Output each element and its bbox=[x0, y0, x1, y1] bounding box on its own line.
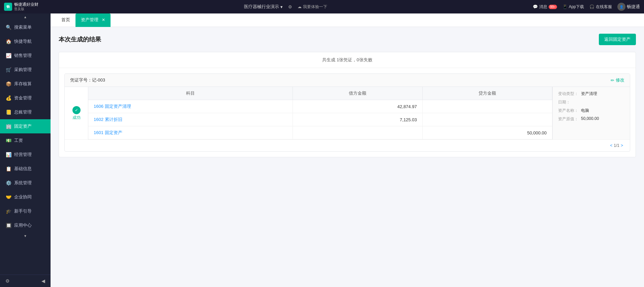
logo-area: 畅 畅捷通好业财 普及版 bbox=[4, 2, 38, 11]
logo-sub: 普及版 bbox=[14, 7, 38, 11]
sidebar-item-sales[interactable]: 📈 销售管理 bbox=[0, 49, 51, 63]
row3-credit: 50,000.00 bbox=[422, 126, 552, 139]
sales-icon: 📈 bbox=[5, 53, 11, 59]
tab-home-label: 首页 bbox=[61, 17, 70, 23]
tab-home[interactable]: 首页 bbox=[56, 13, 75, 27]
sidebar-item-payroll[interactable]: 💵 工资 bbox=[0, 133, 51, 148]
row1-debit: 42,874.97 bbox=[293, 100, 422, 113]
row2-debit: 7,125.03 bbox=[293, 113, 422, 126]
date-label: 日期： bbox=[558, 99, 570, 105]
app-download-action[interactable]: 📱 App下载 bbox=[562, 4, 584, 10]
experience-button[interactable]: ☁ 我要体验一下 bbox=[298, 4, 327, 10]
dropdown-icon: ▾ bbox=[280, 4, 283, 9]
finance-icon: 💰 bbox=[5, 95, 11, 101]
sidebar-item-label: 工资 bbox=[14, 137, 23, 144]
return-button[interactable]: 返回固定资产 bbox=[599, 34, 636, 45]
sidebar-item-label: 搜索菜单 bbox=[14, 24, 32, 30]
sidebar-item-search[interactable]: 🔍 搜索菜单 bbox=[0, 20, 51, 34]
user-area[interactable]: 👤 畅捷通 bbox=[617, 3, 640, 11]
header-right: 💬 消息 99+ 📱 App下载 🎧 在线客服 👤 畅捷通 bbox=[533, 3, 640, 11]
next-page-button[interactable]: > bbox=[621, 143, 623, 148]
online-service-label: 在线客服 bbox=[596, 4, 612, 10]
settings-icon[interactable]: ⚙ bbox=[285, 2, 295, 11]
sidebar-scroll-up[interactable]: ▲ bbox=[0, 13, 51, 20]
row3-debit bbox=[293, 126, 422, 139]
collab-icon: 🤝 bbox=[5, 194, 11, 200]
fixed-assets-icon: 🏢 bbox=[5, 123, 11, 129]
prev-page-button[interactable]: < bbox=[610, 143, 612, 148]
message-action[interactable]: 💬 消息 99+ bbox=[533, 4, 557, 10]
sidebar-item-finance[interactable]: 💰 资金管理 bbox=[0, 91, 51, 105]
original-value-value: 50,000.00 bbox=[581, 116, 599, 122]
sidebar-item-purchase[interactable]: 🛒 采购管理 bbox=[0, 63, 51, 77]
sidebar-item-label: 固定资产 bbox=[14, 123, 32, 129]
sidebar-item-system[interactable]: ⚙️ 系统管理 bbox=[0, 176, 51, 190]
sidebar-item-ledger[interactable]: 📒 总账管理 bbox=[0, 105, 51, 119]
original-value-row: 资产原值： 50,000.00 bbox=[558, 116, 624, 122]
page-info: 1/1 bbox=[614, 143, 619, 148]
cloud-icon: ☁ bbox=[298, 4, 302, 9]
sidebar-item-label: 资金管理 bbox=[14, 95, 32, 101]
logo-icon: 畅 bbox=[4, 3, 12, 11]
col-subject: 科目 bbox=[88, 87, 293, 100]
voucher-table: 科目 借方金额 贷方金额 1606 固定资产清理 42,874.97 bbox=[88, 87, 552, 139]
tab-asset-mgmt-label: 资产管理 bbox=[81, 17, 98, 23]
sidebar-item-guide[interactable]: 🎓 新手引导 bbox=[0, 204, 51, 218]
sidebar: ▲ 🔍 搜索菜单 🏠 快捷导航 📈 销售管理 🛒 采购管理 📦 库存核算 💰 资… bbox=[0, 13, 51, 287]
sidebar-item-quick-nav[interactable]: 🏠 快捷导航 bbox=[0, 34, 51, 49]
date-row: 日期： bbox=[558, 99, 624, 105]
change-type-row: 变动类型： 资产清理 bbox=[558, 91, 624, 97]
row1-credit bbox=[422, 100, 552, 113]
guide-icon: 🎓 bbox=[5, 208, 11, 214]
sidebar-item-fixed-assets[interactable]: 🏢 固定资产 bbox=[0, 119, 51, 133]
sidebar-item-corp-collab[interactable]: 🤝 企业协同 bbox=[0, 190, 51, 204]
top-header: 畅 畅捷通好业财 普及版 医疗器械行业演示 ▾ ⚙ ☁ 我要体验一下 💬 消息 … bbox=[0, 0, 644, 13]
edit-button[interactable]: ✏ 修改 bbox=[611, 77, 624, 83]
sidebar-item-label: 新手引导 bbox=[14, 208, 32, 214]
online-service-action[interactable]: 🎧 在线客服 bbox=[589, 4, 612, 10]
status-column: ✓ 成功 bbox=[65, 87, 88, 139]
app-center-icon: 🔲 bbox=[5, 222, 11, 228]
logo-text: 畅捷通好业财 bbox=[14, 2, 38, 7]
sidebar-item-basic[interactable]: 📋 基础信息 bbox=[0, 162, 51, 176]
experience-label: 我要体验一下 bbox=[303, 4, 327, 10]
basic-icon: 📋 bbox=[5, 166, 11, 172]
sidebar-settings-icon[interactable]: ⚙ bbox=[5, 278, 10, 284]
sidebar-item-app-center[interactable]: 🔲 应用中心 bbox=[0, 218, 51, 232]
asset-name-value: 电脑 bbox=[581, 108, 589, 114]
original-value-label: 资产原值： bbox=[558, 116, 578, 122]
avatar: 👤 bbox=[617, 3, 625, 11]
tab-bar: 首页 资产管理 ✕ bbox=[51, 13, 644, 27]
row2-subject: 1602 累计折旧 bbox=[88, 113, 293, 126]
sidebar-bottom: ⚙ ◀ bbox=[0, 275, 51, 287]
change-type-label: 变动类型： bbox=[558, 91, 578, 97]
message-label: 消息 bbox=[539, 4, 547, 10]
tab-close-icon[interactable]: ✕ bbox=[102, 18, 105, 22]
sidebar-item-label: 企业协同 bbox=[14, 194, 32, 200]
page-content: 本次生成的结果 返回固定资产 共生成 1张凭证，0张失败 凭证字号：记-003 … bbox=[51, 27, 644, 287]
headset-icon: 🎧 bbox=[589, 4, 594, 9]
sidebar-item-label: 总账管理 bbox=[14, 109, 32, 115]
voucher-number: 凭证字号：记-003 bbox=[70, 77, 105, 83]
ops-icon: 📊 bbox=[5, 152, 11, 158]
status-label: 成功 bbox=[72, 115, 81, 121]
header-left: 畅 畅捷通好业财 普及版 bbox=[4, 2, 38, 11]
sidebar-scroll-down[interactable]: ▼ bbox=[0, 232, 51, 239]
sidebar-collapse-icon[interactable]: ◀ bbox=[41, 278, 45, 284]
sidebar-item-label: 库存核算 bbox=[14, 81, 32, 87]
change-type-value: 资产清理 bbox=[581, 91, 597, 97]
success-checkmark-icon: ✓ bbox=[72, 106, 81, 114]
edit-label: 修改 bbox=[616, 77, 624, 83]
page-title: 本次生成的结果 bbox=[59, 35, 101, 43]
sidebar-item-ops[interactable]: 📊 经营管理 bbox=[0, 148, 51, 162]
username: 畅捷通 bbox=[627, 4, 640, 10]
home-icon: 🏠 bbox=[5, 38, 11, 44]
pagination: < 1/1 > bbox=[65, 139, 630, 151]
tab-asset-mgmt[interactable]: 资产管理 ✕ bbox=[75, 13, 111, 27]
sidebar-item-inventory[interactable]: 📦 库存核算 bbox=[0, 77, 51, 91]
edit-icon: ✏ bbox=[611, 78, 614, 83]
row3-subject: 1601 固定资产 bbox=[88, 126, 293, 139]
page-header-row: 本次生成的结果 返回固定资产 bbox=[59, 34, 636, 45]
company-selector[interactable]: 医疗器械行业演示 ▾ bbox=[244, 4, 283, 10]
sidebar-item-label: 快捷导航 bbox=[14, 38, 32, 44]
